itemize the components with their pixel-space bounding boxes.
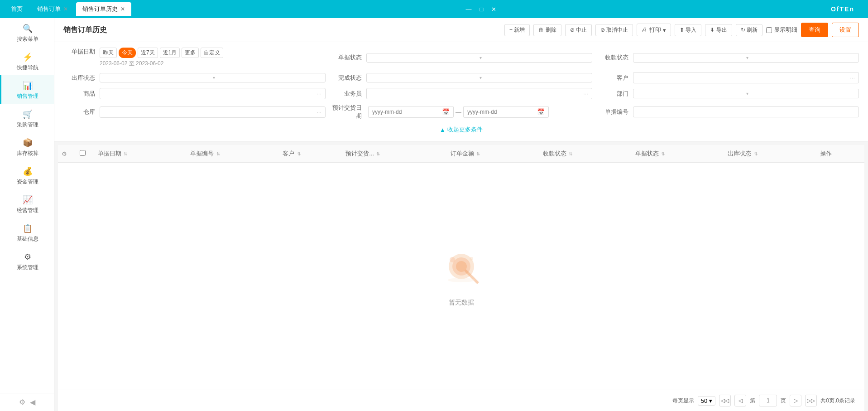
svg-point-3 [450,257,455,262]
customer-label: 客户 [597,74,633,82]
basic-info-icon: 📋 [23,223,33,233]
salesperson-input[interactable]: ··· [366,88,592,99]
stop-button[interactable]: ⊘ 中止 [565,24,592,36]
col-date[interactable]: 单据日期 ⇅ [94,145,187,163]
col-customer[interactable]: 客户 ⇅ [279,145,342,163]
calendar-start-icon[interactable]: 📅 [442,108,450,116]
prev-page-button[interactable]: ◁ [734,395,746,406]
page-size-select[interactable]: 50 ▾ [698,396,715,406]
tab-home-label: 首页 [11,5,23,13]
delivery-date-start-field[interactable] [372,109,440,115]
next-page-button[interactable]: ▷ [790,395,801,406]
complete-status-filter-cell: 完成状态 ▾ [330,72,592,83]
window-min-icon[interactable]: — [464,6,474,13]
sidebar-item-finance-label: 资金管理 [17,178,38,186]
table-settings-col: ⚙ [58,145,76,163]
print-button[interactable]: 🖨 打印 ▾ [637,24,671,36]
new-button[interactable]: + 新增 [504,24,530,36]
display-dense-toggle[interactable]: 显示明细 [766,26,797,34]
goods-input[interactable]: ··· [100,88,326,99]
table-settings-icon[interactable]: ⚙ [62,150,67,157]
table-section: ⚙ 单据日期 ⇅ 单据编号 ⇅ [58,145,864,390]
col-order-amount[interactable]: 订单金额 ⇅ [447,145,539,163]
bill-no-input-field[interactable] [637,109,855,115]
delivery-date-filter-cell: 预计交货日期 📅 — 📅 [330,104,592,120]
sidebar-item-quick-nav[interactable]: ⚡ 快捷导航 [0,47,54,75]
date-1month-btn[interactable]: 近1月 [160,48,180,58]
col-bill-no[interactable]: 单据编号 ⇅ [187,145,279,163]
table-header-row: ⚙ 单据日期 ⇅ 单据编号 ⇅ [58,145,864,163]
date-7days-btn[interactable]: 近7天 [138,48,158,58]
sidebar-settings-icon[interactable]: ⚙ [19,398,25,406]
bill-status-select[interactable]: ▾ [366,53,592,63]
query-button[interactable]: 查询 [801,23,828,37]
sidebar-item-search-menu[interactable]: 🔍 搜索菜单 [0,18,54,47]
col-order-amount-label: 订单金额 [451,150,474,157]
out-status-label: 出库状态 [63,74,100,82]
date-filter-cell: 单据日期 昨天 今天 近7天 近1月 更多 自定义 2023-06-02 至 2… [63,48,326,68]
close-history-tab-icon[interactable]: ✕ [120,6,125,12]
import-button[interactable]: ⬆ 导入 [675,24,701,36]
tab-sales-order[interactable]: 销售订单 ✕ [31,2,74,16]
salesperson-ellipsis[interactable]: ··· [583,90,588,97]
col-delivery-date[interactable]: 预计交货... ⇅ [342,145,446,163]
close-sales-order-tab-icon[interactable]: ✕ [63,6,68,12]
calendar-end-icon[interactable]: 📅 [537,108,545,116]
col-receipt-status[interactable]: 收款状态 ⇅ [539,145,632,163]
empty-state-illustration [439,246,484,291]
display-dense-checkbox[interactable] [766,27,772,33]
tab-sales-order-history[interactable]: 销售订单历史 ✕ [76,2,131,16]
department-select[interactable]: ▾ [633,89,859,98]
last-page-button[interactable]: ▷▷ [805,395,817,406]
salesperson-input-field[interactable] [370,91,581,97]
customer-input[interactable]: ··· [633,72,859,83]
goods-ellipsis[interactable]: ··· [317,90,321,97]
salesperson-label: 业务员 [330,90,366,98]
cancel-stop-button[interactable]: ⊘ 取消中止 [595,24,633,36]
window-max-icon[interactable]: □ [478,6,485,13]
col-out-status[interactable]: 出库状态 ⇅ [724,145,816,163]
delivery-date-start-input[interactable]: 📅 [368,106,454,118]
delivery-date-end-input[interactable]: 📅 [463,106,549,118]
date-today-btn[interactable]: 今天 [119,48,136,58]
delivery-date-end-field[interactable] [467,109,535,115]
sidebar-item-purchase-mgmt[interactable]: 🛒 采购管理 [0,104,54,132]
warehouse-input-field[interactable] [104,109,315,115]
bill-no-input[interactable] [633,106,859,117]
data-table: ⚙ 单据日期 ⇅ 单据编号 ⇅ [58,145,864,163]
receipt-status-select[interactable]: ▾ [633,53,859,63]
col-bill-status[interactable]: 单据状态 ⇅ [632,145,724,163]
sidebar-item-sys-mgmt[interactable]: ⚙ 系统管理 [0,247,54,275]
page-number-input[interactable] [759,395,777,406]
sidebar-item-operations[interactable]: 📈 经营管理 [0,189,54,218]
tab-home[interactable]: 首页 [5,2,29,16]
warehouse-ellipsis[interactable]: ··· [317,109,321,116]
warehouse-input[interactable]: ··· [100,106,326,118]
first-page-button[interactable]: ◁◁ [719,395,731,406]
complete-status-select[interactable]: ▾ [366,73,592,82]
delete-button[interactable]: 🗑 删除 [533,24,561,36]
date-custom-btn[interactable]: 自定义 [201,48,223,58]
out-status-select[interactable]: ▾ [100,73,326,82]
refresh-button[interactable]: ↻ 刷新 [736,24,762,36]
page-size-value: 50 [701,397,707,404]
window-close-icon[interactable]: ✕ [489,6,498,13]
sidebar-item-basic-info[interactable]: 📋 基础信息 [0,218,54,247]
sidebar-item-finance[interactable]: 💰 资金管理 [0,161,54,189]
page-size-label: 每页显示 [672,397,694,405]
date-yesterday-btn[interactable]: 昨天 [100,48,117,58]
sidebar-item-inventory[interactable]: 📦 库存核算 [0,132,54,161]
date-more-btn[interactable]: 更多 [182,48,199,58]
settings-button[interactable]: 设置 [832,23,859,37]
select-all-checkbox[interactable] [80,150,86,156]
goods-input-field[interactable] [104,91,315,97]
col-out-status-label: 出库状态 [728,150,751,157]
sidebar: 🔍 搜索菜单 ⚡ 快捷导航 📊 销售管理 🛒 采购管理 📦 库存核算 💰 资金管… [0,18,54,411]
customer-input-field[interactable] [637,75,848,81]
export-button[interactable]: ⬇ 导出 [705,24,732,36]
customer-ellipsis[interactable]: ··· [850,74,855,81]
sidebar-item-sales-mgmt[interactable]: 📊 销售管理 [0,75,54,104]
sidebar-collapse-icon[interactable]: ◀ [30,398,35,406]
sidebar-item-basic-info-label: 基础信息 [17,235,38,243]
collapse-button[interactable]: ▲ 收起更多条件 [440,124,483,135]
